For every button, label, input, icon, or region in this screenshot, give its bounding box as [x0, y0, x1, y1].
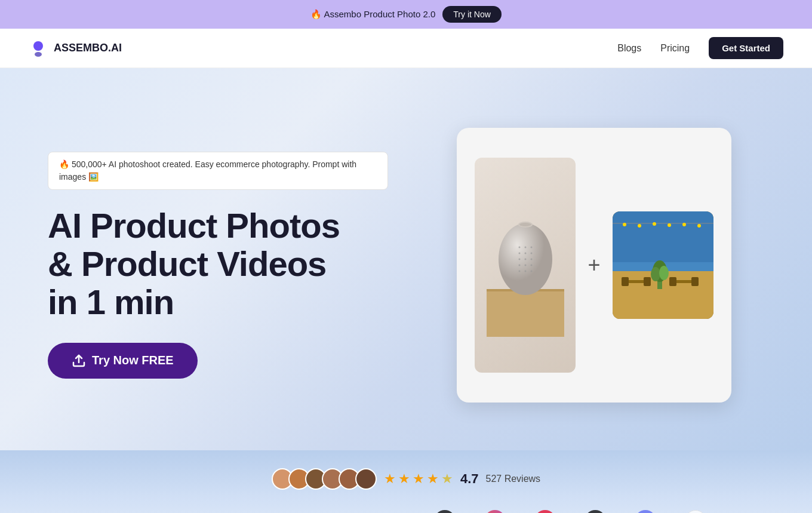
svg-point-42 [659, 266, 669, 280]
svg-rect-37 [669, 277, 676, 286]
svg-point-16 [530, 265, 532, 266]
speaker-illustration [487, 193, 564, 337]
logo-text: ASSEMBO.AI [54, 42, 122, 54]
star-4: ★ [427, 471, 439, 487]
product-showcase-card: + [457, 128, 731, 403]
restaurant-illustration [613, 211, 713, 319]
svg-point-10 [530, 253, 532, 254]
banner-text: 🔥 Assembo Product Photo 2.0 [310, 9, 435, 20]
hero-badge: 🔥 500,000+ AI photoshoot created. Easy e… [48, 152, 388, 190]
hero-right: + [424, 128, 764, 403]
svg-point-7 [530, 247, 532, 248]
try-now-free-button[interactable]: Try Now FREE [48, 343, 198, 379]
twitter-logo [585, 510, 606, 513]
svg-point-28 [653, 222, 656, 226]
tiktok-logo [434, 510, 456, 513]
reviewer-avatars [272, 468, 377, 490]
upload-icon [72, 354, 86, 368]
star-5: ★ [441, 471, 453, 487]
svg-point-30 [682, 223, 686, 226]
svg-point-20 [518, 271, 520, 272]
svg-point-13 [530, 259, 532, 260]
svg-point-1 [35, 52, 42, 57]
logo-icon [29, 39, 48, 58]
svg-point-17 [518, 265, 520, 266]
svg-point-6 [524, 247, 526, 248]
pinterest-logo [534, 510, 556, 513]
svg-rect-38 [691, 277, 699, 286]
pinterest-icon [534, 510, 556, 513]
product-image-restaurant [613, 211, 713, 319]
tiktok-icon [434, 510, 456, 513]
brand-logos-section: amazon Walmart ✳ S shopify Etsy [0, 496, 812, 513]
star-1: ★ [384, 471, 396, 487]
instagram-logo [484, 510, 506, 513]
hero-title: AI Product Photos & Product Videos in 1 … [48, 207, 388, 321]
rating-number: 4.7 [460, 471, 479, 487]
nav-links: Blogs Pricing Get Started [617, 37, 783, 59]
nav-link-pricing[interactable]: Pricing [660, 43, 690, 54]
svg-point-9 [524, 253, 526, 254]
plus-divider: + [588, 253, 600, 278]
rating-row: ★ ★ ★ ★ ★ 4.7 527 Reviews [272, 468, 540, 490]
svg-point-41 [651, 267, 660, 281]
gmail-icon: M [685, 510, 706, 513]
discord-logo [635, 510, 656, 513]
avatar [355, 468, 377, 490]
svg-point-27 [638, 224, 641, 228]
svg-point-31 [697, 224, 701, 228]
svg-point-22 [519, 223, 531, 226]
shopify-logo: S shopify [281, 510, 346, 513]
top-banner: 🔥 Assembo Product Photo 2.0 Try it Now [0, 0, 812, 29]
svg-point-26 [623, 223, 626, 226]
svg-point-19 [530, 271, 532, 272]
navigation: ASSEMBO.AI Blogs Pricing Get Started [0, 29, 812, 68]
svg-point-14 [518, 259, 520, 260]
twitter-x-icon [585, 510, 606, 513]
shopify-icon: S shopify [281, 510, 346, 513]
svg-point-29 [668, 223, 671, 227]
svg-point-18 [524, 271, 526, 272]
nav-link-blogs[interactable]: Blogs [617, 43, 641, 54]
hero-badge-text: 🔥 500,000+ AI photoshoot created. Easy e… [59, 158, 377, 183]
star-3: ★ [413, 471, 425, 487]
svg-point-15 [524, 265, 526, 266]
gmail-logo: M [685, 510, 706, 513]
try-now-label: Try Now FREE [92, 354, 174, 367]
get-started-button[interactable]: Get Started [709, 37, 783, 59]
hero-left: 🔥 500,000+ AI photoshoot created. Easy e… [48, 152, 388, 378]
reviews-count-text: 527 Reviews [485, 474, 540, 484]
star-rating: ★ ★ ★ ★ ★ [384, 471, 453, 487]
hero-title-line1: AI Product Photos [48, 206, 340, 245]
discord-icon [635, 510, 656, 513]
hero-title-line3: in 1 min [48, 282, 174, 321]
svg-point-11 [518, 253, 520, 254]
nav-logo[interactable]: ASSEMBO.AI [29, 39, 122, 58]
product-image-speaker [475, 158, 576, 373]
svg-point-0 [33, 41, 43, 51]
svg-rect-35 [622, 277, 629, 286]
try-it-now-button[interactable]: Try it Now [442, 6, 501, 23]
svg-rect-36 [644, 277, 651, 286]
svg-point-12 [524, 259, 526, 260]
hero-section: 🔥 500,000+ AI photoshoot created. Easy e… [0, 68, 812, 450]
hero-title-line2: & Product Videos [48, 244, 326, 283]
social-proof-section: ★ ★ ★ ★ ★ 4.7 527 Reviews [0, 450, 812, 496]
svg-point-8 [518, 247, 520, 248]
instagram-icon [484, 510, 506, 513]
star-2: ★ [398, 471, 410, 487]
svg-rect-3 [487, 289, 564, 337]
